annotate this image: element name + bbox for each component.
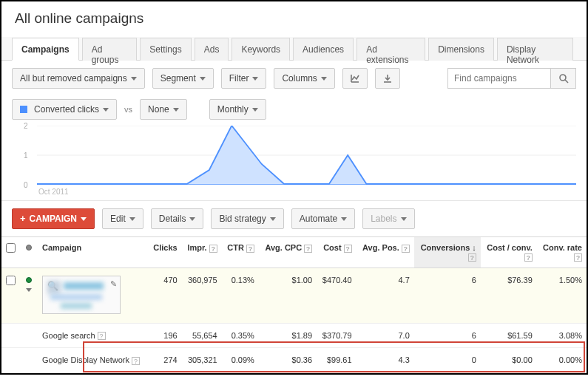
filter-dropdown[interactable]: Filter — [221, 68, 267, 89]
chevron-down-icon — [270, 217, 276, 221]
status-enabled-icon — [26, 277, 32, 283]
chevron-down-icon — [173, 108, 179, 112]
cell-pos: 4.3 — [356, 348, 414, 373]
tab-dimensions[interactable]: Dimensions — [428, 38, 494, 61]
chevron-down-icon — [341, 217, 347, 221]
help-icon[interactable]: ? — [132, 357, 140, 365]
chart-area: 2 1 0 — [37, 126, 576, 185]
chevron-down-icon — [131, 77, 137, 81]
chevron-down-icon[interactable] — [26, 288, 32, 292]
ytick-2: 2 — [24, 122, 28, 130]
cell-pos: 4.7 — [356, 268, 414, 323]
row-checkbox[interactable] — [6, 276, 16, 285]
col-campaign[interactable]: Campaign — [38, 237, 148, 268]
cell-clicks: 274 — [148, 348, 182, 373]
col-avg-pos[interactable]: Avg. Pos.? — [356, 237, 414, 268]
col-clicks[interactable]: Clicks — [148, 237, 182, 268]
line-chart — [37, 126, 576, 185]
metric2-dropdown[interactable]: None — [140, 99, 187, 120]
search-button[interactable] — [551, 68, 576, 89]
cell-cost-conv: $61.59 — [481, 323, 537, 348]
help-icon[interactable]: ? — [402, 245, 410, 253]
campaign-cell[interactable]: Google search? — [38, 323, 148, 348]
chevron-down-icon — [252, 108, 258, 112]
segment-dropdown[interactable]: Segment — [152, 68, 214, 89]
tab-ad-extensions[interactable]: Ad extensions — [356, 38, 425, 61]
table-header-row: Campaign Clicks Impr.? CTR? Avg. CPC? Co… — [1, 237, 587, 268]
campaign-cell[interactable]: Google Display Network? — [38, 348, 148, 373]
metric1-dropdown[interactable]: Converted clicks — [12, 99, 117, 120]
status-header-icon — [26, 245, 32, 251]
help-icon[interactable]: ? — [209, 245, 217, 253]
help-icon[interactable]: ? — [524, 253, 533, 262]
period-dropdown[interactable]: Monthly — [209, 99, 266, 120]
tab-settings[interactable]: Settings — [140, 38, 191, 61]
labels-dropdown[interactable]: Labels — [362, 208, 414, 229]
download-button[interactable] — [375, 68, 400, 89]
chevron-down-icon — [103, 108, 109, 112]
chart-icon — [350, 73, 360, 84]
edit-dropdown[interactable]: Edit — [102, 208, 143, 229]
help-icon[interactable]: ? — [344, 245, 352, 253]
edit-pencil-icon[interactable]: ✎ — [110, 279, 117, 289]
cell-cost: $470.40 — [317, 268, 356, 323]
search-icon — [558, 73, 569, 84]
col-conv-rate[interactable]: Conv. rate? — [537, 237, 587, 268]
filter-toolbar: All but removed campaigns Segment Filter… — [1, 61, 587, 96]
new-campaign-button[interactable]: +CAMPAIGN — [12, 208, 95, 229]
download-icon — [382, 73, 393, 84]
metric1-swatch — [20, 106, 27, 113]
tab-keywords[interactable]: Keywords — [232, 38, 290, 61]
cell-ctr: 0.35% — [222, 323, 259, 348]
cell-impr: 55,654 — [182, 323, 222, 348]
automate-dropdown[interactable]: Automate — [291, 208, 355, 229]
col-cost[interactable]: Cost? — [317, 237, 356, 268]
svg-line-1 — [565, 80, 568, 83]
col-impr[interactable]: Impr.? — [182, 237, 222, 268]
bid-strategy-dropdown[interactable]: Bid strategy — [211, 208, 283, 229]
cell-conv-rate: 3.08% — [537, 323, 587, 348]
cell-conv: 0 — [414, 348, 481, 373]
chevron-down-icon — [252, 77, 258, 81]
cell-cpc: $1.89 — [259, 323, 317, 348]
chevron-down-icon — [321, 77, 327, 81]
help-icon[interactable]: ? — [246, 245, 254, 253]
col-conversions[interactable]: Conversions↓? — [414, 237, 481, 268]
col-avg-cpc[interactable]: Avg. CPC? — [259, 237, 317, 268]
campaigns-table: Campaign Clicks Impr.? CTR? Avg. CPC? Co… — [1, 236, 587, 373]
cell-conv-rate: 0.00% — [537, 348, 587, 373]
tab-display-network[interactable]: Display Network — [497, 38, 573, 61]
select-all-checkbox[interactable] — [6, 243, 16, 253]
tab-campaigns[interactable]: Campaigns — [12, 38, 79, 61]
scope-dropdown[interactable]: All but removed campaigns — [12, 68, 145, 89]
vs-label: vs — [124, 105, 132, 114]
cell-cost-conv: $0.00 — [481, 348, 537, 373]
tab-ad-groups[interactable]: Ad groups — [82, 38, 138, 61]
chevron-down-icon — [129, 217, 135, 221]
details-dropdown[interactable]: Details — [151, 208, 204, 229]
cell-impr: 360,975 — [182, 268, 222, 323]
cell-conv: 6 — [414, 323, 481, 348]
search-input[interactable] — [447, 68, 551, 89]
table-row: Google search? 196 55,654 0.35% $1.89 $3… — [1, 323, 587, 348]
help-icon[interactable]: ? — [574, 253, 582, 262]
cell-cost: $99.61 — [317, 348, 356, 373]
col-ctr[interactable]: CTR? — [222, 237, 259, 268]
chart-toggle-button[interactable] — [342, 68, 368, 89]
cell-cpc: $1.00 — [259, 268, 317, 323]
tab-audiences[interactable]: Audiences — [293, 38, 354, 61]
cell-clicks: 470 — [148, 268, 182, 323]
chevron-down-icon — [189, 217, 195, 221]
campaign-cell[interactable]: 🔍 ✎ — [38, 268, 148, 323]
columns-dropdown[interactable]: Columns — [274, 68, 334, 89]
chart-controls: Converted clicks vs None Monthly — [1, 96, 587, 126]
table-actions: +CAMPAIGN Edit Details Bid strategy Auto… — [1, 200, 587, 236]
ytick-0: 0 — [24, 181, 28, 189]
help-icon[interactable]: ? — [98, 332, 106, 340]
help-icon[interactable]: ? — [468, 253, 476, 262]
col-cost-per-conv[interactable]: Cost / conv.? — [481, 237, 537, 268]
tab-ads[interactable]: Ads — [195, 38, 229, 61]
cell-ctr: 0.13% — [222, 268, 259, 323]
campaign-thumbnail[interactable]: 🔍 ✎ — [42, 276, 121, 314]
help-icon[interactable]: ? — [304, 245, 312, 253]
